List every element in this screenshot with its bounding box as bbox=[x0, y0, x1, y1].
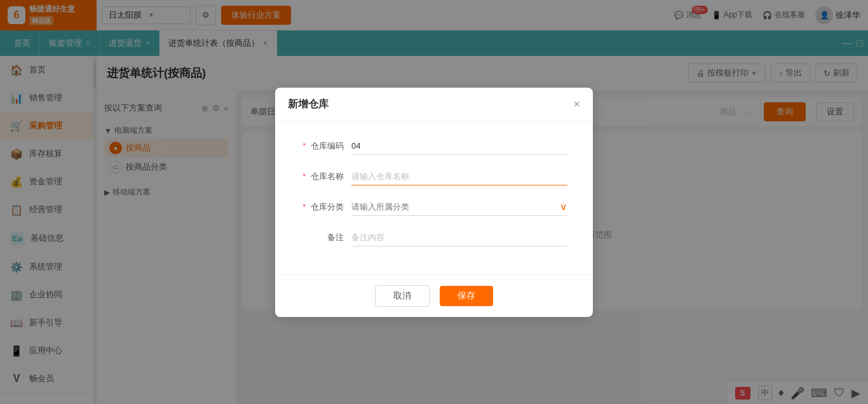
save-button[interactable]: 保存 bbox=[440, 286, 493, 306]
form-label-remark: 备注 bbox=[301, 232, 351, 243]
warehouse-name-input[interactable] bbox=[351, 168, 567, 185]
warehouse-code-input[interactable] bbox=[351, 137, 567, 155]
cancel-button[interactable]: 取消 bbox=[375, 285, 430, 307]
form-row-category: * 仓库分类 ∨ bbox=[301, 198, 567, 216]
warehouse-category-select-row: ∨ bbox=[351, 198, 567, 216]
modal-close-button[interactable]: × bbox=[573, 98, 580, 111]
modal-title: 新增仓库 bbox=[288, 98, 329, 111]
warehouse-category-input[interactable] bbox=[351, 198, 560, 215]
form-label-category: * 仓库分类 bbox=[301, 201, 351, 213]
required-star-code: * bbox=[302, 141, 306, 151]
modal-body: * 仓库编码 * 仓库名称 * 仓库分类 bbox=[275, 122, 593, 274]
form-row-code: * 仓库编码 bbox=[301, 137, 567, 155]
modal-add-warehouse: 新增仓库 × * 仓库编码 * 仓库名称 bbox=[275, 88, 593, 317]
modal-footer: 取消 保存 bbox=[275, 274, 593, 317]
modal-overlay: 新增仓库 × * 仓库编码 * 仓库名称 bbox=[0, 0, 868, 404]
modal-header: 新增仓库 × bbox=[275, 88, 593, 122]
category-dropdown-icon[interactable]: ∨ bbox=[560, 201, 567, 213]
form-row-name: * 仓库名称 bbox=[301, 168, 567, 185]
form-row-remark: 备注 bbox=[301, 229, 567, 246]
required-star-category: * bbox=[302, 202, 306, 212]
form-label-name: * 仓库名称 bbox=[301, 171, 351, 182]
warehouse-remark-input[interactable] bbox=[351, 229, 567, 246]
form-label-code: * 仓库编码 bbox=[301, 140, 351, 152]
required-star-name: * bbox=[302, 172, 306, 181]
